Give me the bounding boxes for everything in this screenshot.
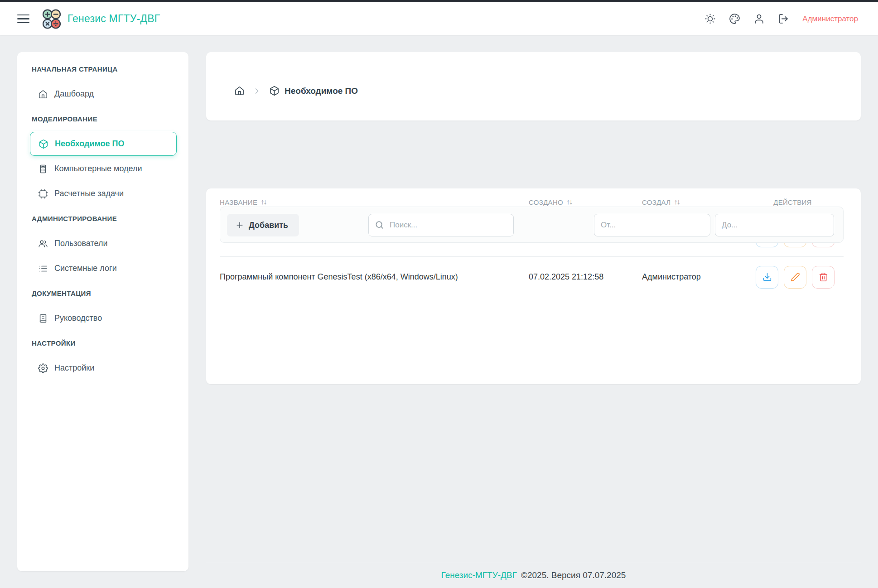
- add-button-label: Добавить: [249, 221, 288, 230]
- page-footer: Генезис-МГТУ-ДВГ ©2025. Версия 07.07.202…: [206, 562, 861, 588]
- column-header-actions: ДЕЙСТВИЯ: [742, 198, 844, 206]
- list-icon: [38, 264, 48, 274]
- gear-icon: [38, 363, 48, 373]
- add-button[interactable]: Добавить: [227, 214, 299, 236]
- sort-icon: ↑↓: [261, 198, 266, 206]
- footer-version-text: ©2025. Версия 07.07.2025: [521, 570, 626, 580]
- date-from-input[interactable]: [594, 214, 710, 236]
- sidebar-section-administration: АДМИНИСТРИРОВАНИЕ: [17, 206, 188, 231]
- breadcrumb-card: Необходимое ПО: [206, 52, 861, 120]
- sidebar-item-manual[interactable]: Руководство: [17, 306, 188, 331]
- row-name: Программный компонент GenesisTest (x86/x…: [220, 272, 529, 282]
- menu-toggle-button[interactable]: [17, 13, 29, 25]
- plus-minus-multiply-divide-logo-icon: [41, 9, 62, 29]
- row-actions: [742, 266, 844, 289]
- package-icon: [39, 139, 48, 149]
- sidebar-section-home: НАЧАЛЬНАЯ СТРАНИЦА: [17, 57, 188, 82]
- palette-icon[interactable]: [729, 13, 740, 24]
- sidebar-section-documentation: ДОКУМЕНТАЦИЯ: [17, 281, 188, 306]
- sidebar-item-label: Системные логи: [54, 264, 117, 273]
- sidebar-item-computation-tasks[interactable]: Расчетные задачи: [17, 181, 188, 206]
- software-table: НАЗВАНИЕ ↑↓ СОЗДАНО ↑↓ СОЗДАЛ ↑↓ ДЕЙСТВИ…: [220, 188, 844, 297]
- sidebar-item-label: Пользователи: [54, 239, 107, 248]
- table-row: Программный компонент GenesisTest (x86/x…: [220, 256, 844, 297]
- sidebar-item-system-logs[interactable]: Системные логи: [17, 256, 188, 281]
- toolbar: Добавить: [220, 207, 844, 243]
- download-icon: [762, 272, 772, 282]
- search-field-wrap: [368, 214, 514, 236]
- column-header-creator[interactable]: СОЗДАЛ ↑↓: [642, 198, 742, 206]
- users-icon: [38, 239, 48, 249]
- edit-button[interactable]: [784, 266, 806, 289]
- sidebar-item-users[interactable]: Пользователи: [17, 231, 188, 256]
- row-created: 07.02.2025 21:12:58: [529, 272, 642, 282]
- sidebar-item-label: Настройки: [54, 363, 94, 373]
- sidebar-item-label: Руководство: [54, 313, 102, 323]
- sidebar-item-dashboard[interactable]: Дашбоард: [17, 82, 188, 106]
- trash-icon: [819, 272, 828, 282]
- row-creator: Администратор: [642, 272, 742, 282]
- header-actions: Администратор: [704, 13, 858, 24]
- date-to-input[interactable]: [715, 214, 834, 236]
- sidebar-item-label: Расчетные задачи: [54, 189, 124, 198]
- page-title: Необходимое ПО: [285, 86, 358, 96]
- edit-icon: [791, 272, 800, 282]
- app-header: Генезис МГТУ-ДВГ: [0, 2, 878, 35]
- current-user-label[interactable]: Администратор: [802, 14, 858, 24]
- app-title: Генезис МГТУ-ДВГ: [68, 13, 160, 25]
- delete-button[interactable]: [812, 266, 835, 289]
- search-input[interactable]: [368, 214, 514, 236]
- sidebar-item-settings[interactable]: Настройки: [17, 356, 188, 381]
- chevron-right-icon: [252, 87, 261, 96]
- brightness-icon[interactable]: [704, 13, 716, 24]
- sidebar-item-label: Необходимое ПО: [55, 139, 125, 149]
- sidebar-item-computer-models[interactable]: Компьютерные модели: [17, 156, 188, 181]
- content-card: Добавить НАЗВАНИЕ ↑↓ СОЗДА: [206, 188, 861, 384]
- main-area: Необходимое ПО Добавить: [206, 52, 861, 384]
- breadcrumb-current: Необходимое ПО: [269, 86, 358, 96]
- sidebar-section-modeling: МОДЕЛИРОВАНИЕ: [17, 106, 188, 131]
- package-icon: [269, 86, 280, 96]
- sidebar-section-settings: НАСТРОЙКИ: [17, 331, 188, 356]
- sort-icon: ↑↓: [566, 198, 572, 206]
- logout-icon[interactable]: [778, 13, 789, 24]
- calculator-icon: [38, 164, 48, 174]
- breadcrumb: Необходимое ПО: [234, 86, 358, 96]
- breadcrumb-home-icon[interactable]: [234, 86, 245, 96]
- column-header-created[interactable]: СОЗДАНО ↑↓: [529, 198, 642, 206]
- column-header-name[interactable]: НАЗВАНИЕ ↑↓: [220, 198, 529, 206]
- sidebar: НАЧАЛЬНАЯ СТРАНИЦА Дашбоард МОДЕЛИРОВАНИ…: [17, 52, 188, 571]
- book-icon: [38, 313, 48, 323]
- home-icon: [38, 89, 48, 99]
- download-button[interactable]: [756, 266, 778, 289]
- sort-icon: ↑↓: [674, 198, 679, 206]
- profile-icon[interactable]: [753, 13, 765, 24]
- cpu-icon: [38, 189, 48, 199]
- sidebar-item-label: Компьютерные модели: [54, 164, 142, 174]
- footer-brand-link[interactable]: Генезис-МГТУ-ДВГ: [441, 570, 517, 580]
- sidebar-item-label: Дашбоард: [54, 89, 94, 99]
- sidebar-item-required-software[interactable]: Необходимое ПО: [30, 132, 177, 156]
